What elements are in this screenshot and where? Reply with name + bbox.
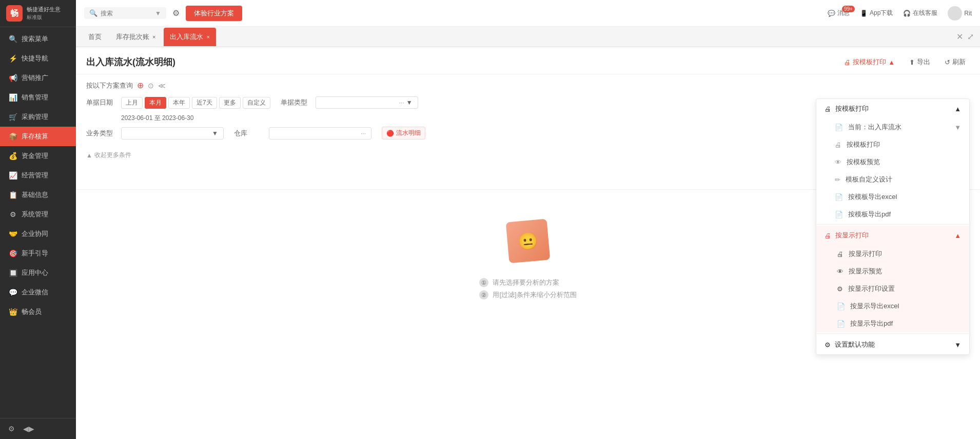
sidebar-item-wechat[interactable]: 💬 企业微信 — [0, 283, 76, 302]
export-button[interactable]: ⬆ 导出 — [905, 55, 934, 69]
warehouse-label: 仓库 — [234, 129, 265, 138]
content-area: 出入库流水(流水明细) 🖨 按模板打印 ▲ ⬆ 导出 ↺ 刷新 — [76, 47, 980, 439]
date-btn-this-year[interactable]: 本年 — [168, 97, 190, 109]
purchase-icon: 🛒 — [8, 113, 17, 121]
dropdown-display-preview[interactable]: 👁 按显示预览 — [816, 263, 969, 280]
date-btn-last-month[interactable]: 上月 — [121, 97, 143, 109]
online-service-button[interactable]: 🎧 在线客服 — [903, 9, 937, 17]
template-excel-icon: 📄 — [835, 193, 843, 201]
sidebar-item-finance[interactable]: 💰 资金管理 — [0, 146, 76, 166]
doc-type-label: 单据类型 — [281, 98, 311, 107]
sales-icon: 📊 — [8, 93, 17, 102]
date-btn-more[interactable]: 更多 — [219, 97, 241, 109]
sidebar-item-quick-nav[interactable]: ⚡ 快捷导航 — [0, 49, 76, 68]
doc-type-more[interactable]: ··· — [399, 99, 404, 106]
toggle-sidebar-icon[interactable]: ◀▶ — [23, 425, 34, 433]
tab-close-batch[interactable]: × — [152, 34, 155, 40]
biz-type-label: 业务类型 — [86, 129, 117, 138]
search-input[interactable] — [101, 10, 152, 17]
dropdown-display-excel[interactable]: 📄 按显示导出excel — [816, 297, 969, 315]
sidebar-item-sales[interactable]: 📊 销售管理 — [0, 88, 76, 107]
avatar — [948, 6, 962, 21]
dropdown-divider-2 — [816, 333, 969, 334]
tab-close-inout[interactable]: × — [206, 34, 209, 40]
step-text-1: 请先选择要分析的方案 — [493, 278, 559, 287]
sidebar-item-operation[interactable]: 📈 经营管理 — [0, 166, 76, 185]
dropdown-footer[interactable]: ⚙ 设置默认功能 ▼ — [816, 335, 969, 354]
empty-icon: 😐 — [502, 221, 554, 272]
sidebar-item-marketing[interactable]: 📢 营销推广 — [0, 68, 76, 88]
tab-close-icon[interactable]: ✕ — [956, 32, 963, 42]
printer-icon: 🖨 — [844, 58, 851, 66]
warehouse-select[interactable]: ··· — [269, 127, 371, 139]
app-download-button[interactable]: 📱 App下载 — [860, 9, 893, 17]
date-btn-7days[interactable]: 近7天 — [192, 97, 217, 109]
default-settings-icon: ⚙ — [825, 341, 831, 349]
sidebar-item-inventory[interactable]: 📦 库存核算 — [0, 127, 76, 146]
date-btn-this-month[interactable]: 本月 — [145, 97, 166, 109]
sidebar-item-member[interactable]: 👑 畅会员 — [0, 302, 76, 322]
filter-tag-waterflow[interactable]: 🔴 流水明细 — [382, 127, 425, 139]
app-center-icon: 🔲 — [8, 269, 17, 277]
tab-inout-flow[interactable]: 出入库流水 × — [164, 28, 215, 46]
tab-batch-account[interactable]: 库存批次账 × — [110, 28, 162, 46]
template-print-label: 按模板打印 — [847, 140, 880, 149]
dropdown-display-print[interactable]: 🖨 按显示打印 — [816, 245, 969, 263]
message-button[interactable]: 💬 消息 99+ — [828, 9, 850, 17]
date-range-text: 2023-06-01 至 2023-06-30 — [121, 114, 193, 122]
operation-icon: 📈 — [8, 171, 17, 179]
sidebar-item-basic-info[interactable]: 📋 基础信息 — [0, 185, 76, 205]
tabbar-right: ✕ ⤢ — [956, 32, 974, 42]
template-print-section[interactable]: 🖨 按模板打印 ▲ — [816, 99, 969, 118]
sidebar-logo: 畅 畅捷通好生意 标准版 — [0, 0, 76, 27]
dropdown-display-pdf[interactable]: 📄 按显示导出pdf — [816, 315, 969, 332]
dropdown-template-preview[interactable]: 👁 按模板预览 — [816, 153, 969, 171]
date-btn-custom[interactable]: 自定义 — [243, 97, 270, 109]
dropdown-template-pdf[interactable]: 📄 按模板导出pdf — [816, 206, 969, 223]
sidebar-item-purchase[interactable]: 🛒 采购管理 — [0, 107, 76, 127]
filter-add-icon[interactable]: ⊕ — [137, 81, 144, 90]
dropdown-template-print[interactable]: 🖨 按模板打印 — [816, 136, 969, 153]
dropdown-display-settings[interactable]: ⚙ 按显示打印设置 — [816, 280, 969, 297]
current-template-label: 当前：出入库流水 — [848, 123, 901, 132]
sidebar-item-search-menu[interactable]: 🔍 搜索菜单 — [0, 29, 76, 49]
trial-button[interactable]: 体验行业方案 — [186, 6, 242, 21]
dropdown-template-design[interactable]: ✏ 模板自定义设计 — [816, 171, 969, 188]
biz-type-select[interactable]: ▼ — [121, 127, 224, 139]
tab-home[interactable]: 首页 — [82, 28, 108, 46]
user-avatar-area[interactable]: Rit — [948, 6, 972, 21]
display-print-section-header[interactable]: 🖨 按显示打印 ▲ — [816, 226, 969, 245]
display-excel-label: 按显示导出excel — [850, 302, 899, 311]
empty-icon-box: 😐 — [506, 219, 551, 264]
gear-icon[interactable]: ⚙ — [172, 8, 180, 18]
dropdown-template-excel[interactable]: 📄 按模板导出excel — [816, 188, 969, 206]
sidebar-item-enterprise[interactable]: 🤝 企业协同 — [0, 224, 76, 244]
sidebar-item-guide[interactable]: 🎯 新手引导 — [0, 244, 76, 263]
print-button[interactable]: 🖨 按模板打印 ▲ — [840, 55, 899, 69]
warehouse-more[interactable]: ··· — [361, 130, 366, 137]
tag-label: 流水明细 — [396, 129, 421, 137]
enterprise-icon: 🤝 — [8, 230, 17, 238]
sidebar-item-app-center[interactable]: 🔲 应用中心 — [0, 263, 76, 283]
template-pdf-icon: 📄 — [835, 211, 843, 218]
template-design-icon: ✏ — [835, 176, 840, 184]
template-print-header-icon: 🖨 — [825, 105, 831, 113]
settings-icon[interactable]: ⚙ — [8, 425, 15, 433]
empty-steps: ① 请先选择要分析的方案 ② 用[过滤]条件来缩小分析范围 — [479, 278, 576, 300]
topbar-search[interactable]: 🔍 ▼ — [84, 7, 166, 19]
sidebar-item-system[interactable]: ⚙ 系统管理 — [0, 205, 76, 224]
tab-expand-icon[interactable]: ⤢ — [967, 32, 974, 42]
export-icon: ⬆ — [909, 58, 915, 66]
filter-collapse-icon[interactable]: ≪ — [158, 82, 166, 90]
search-dropdown-icon[interactable]: ▼ — [155, 10, 161, 17]
filter-settings-icon[interactable]: ⊙ — [148, 82, 154, 90]
topbar-right: 💬 消息 99+ 📱 App下载 🎧 在线客服 Rit — [828, 6, 972, 21]
dropdown-current-template[interactable]: 📄 当前：出入库流水 ▼ — [816, 118, 969, 136]
refresh-button[interactable]: ↺ 刷新 — [940, 55, 970, 69]
display-pdf-icon: 📄 — [837, 320, 845, 328]
username: Rit — [964, 10, 972, 17]
message-icon: 💬 — [828, 10, 835, 17]
inventory-icon: 📦 — [8, 132, 17, 141]
collapse-up-icon: ▲ — [86, 152, 92, 159]
doc-type-select[interactable]: ··· ▼ — [316, 96, 418, 109]
